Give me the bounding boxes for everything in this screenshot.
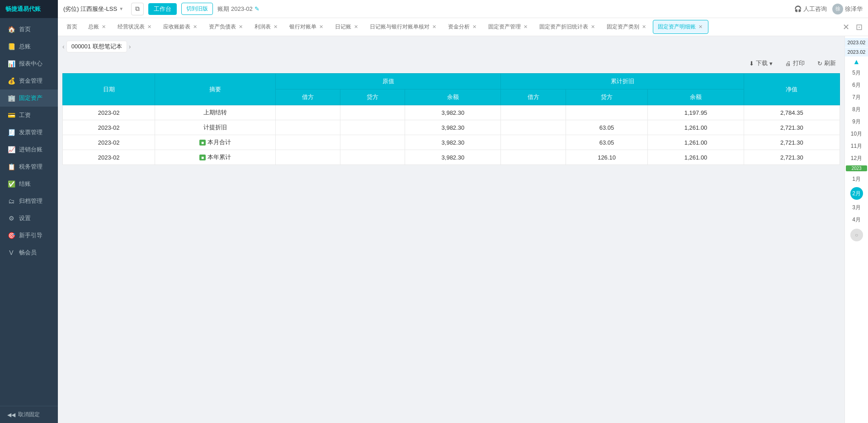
tab-fa-depr[interactable]: 固定资产折旧统计表 ✕ [534,20,601,34]
company-selector[interactable]: (劣位) 江西服坐-LSS ▼ [63,5,127,13]
cell-orig-credit [340,150,405,165]
tab-balance-sheet[interactable]: 资产负债表 ✕ [204,20,249,34]
cal-year-top-label: 2023.02 [848,40,866,45]
right-calendar-sidebar: 2023.02 2023.02 ▲ 5月 6月 7月 8月 9月 10月 11月… [844,36,868,423]
copy-icon: ⧉ [135,5,140,13]
sidebar-item-salary[interactable]: 💳 工资 [0,107,58,124]
cal-month-1[interactable]: 1月 [845,173,868,185]
cal-month-12[interactable]: 12月 [845,152,868,164]
breadcrumb-code: 000001 [71,43,91,50]
tab-journal[interactable]: 日记账 ✕ [330,20,364,34]
sidebar-item-home[interactable]: 🏠 首页 [0,21,58,38]
sidebar-item-reports[interactable]: 📊 报表中心 [0,55,58,72]
headset-icon: 🎧 [794,5,802,12]
cal-year-2023-top2[interactable]: 2023.02 [845,47,868,56]
tab-fund-analysis-close[interactable]: ✕ [472,24,477,30]
th-summary: 摘要 [155,74,276,105]
sidebar-item-sales[interactable]: 📈 进销台账 [0,141,58,158]
cal-up-btn[interactable]: ▲ [845,57,868,67]
tab-profit-label: 利润表 [255,23,271,31]
tab-fa-detail[interactable]: 固定资产明细账 ✕ [653,20,708,34]
breadcrumb-asset[interactable]: 000001 联想笔记本 [66,41,127,52]
sidebar-item-archive[interactable]: 🗂 归档管理 [0,193,58,210]
breadcrumb-back[interactable]: ‹ [62,43,65,50]
tab-fa-depr-close[interactable]: ✕ [590,24,596,30]
tab-bank-verify[interactable]: 日记账与银行对账单核对 ✕ [365,20,442,34]
tab-balance-sheet-close[interactable]: ✕ [238,24,244,30]
cal-month-9[interactable]: 9月 [845,116,868,128]
cell-depr-credit: 126.10 [566,150,648,165]
tab-fa-type[interactable]: 固定资产类别 ✕ [602,20,652,34]
sidebar-item-settlement[interactable]: ✅ 结账 [0,175,58,193]
sidebar-item-fixed-assets[interactable]: 🏢 固定资产 [0,89,58,107]
sidebar-item-member[interactable]: V 畅会员 [0,244,58,261]
cell-depr-balance: 1,261.00 [648,135,744,150]
page-content: ‹ 000001 联想笔记本 › ⬇ 下载 ▾ 🖨 打印 [58,36,844,423]
cal-month-7[interactable]: 7月 [845,91,868,103]
cal-month-4[interactable]: 4月 [845,214,868,226]
breadcrumb-forward[interactable]: › [129,43,131,50]
cancel-fixed-button[interactable]: ◀◀ 取消固定 [0,406,58,423]
print-button[interactable]: 🖨 打印 [781,57,809,70]
tab-fund-analysis[interactable]: 资金分析 ✕ [443,20,482,34]
content-area: ‹ 000001 联想笔记本 › ⬇ 下载 ▾ 🖨 打印 [58,36,868,423]
download-icon: ⬇ [749,60,754,67]
download-button[interactable]: ⬇ 下载 ▾ [745,57,777,70]
cal-month-3[interactable]: 3月 [845,202,868,214]
tab-bank-stmt-close[interactable]: ✕ [318,24,324,30]
cal-month-8[interactable]: 8月 [845,103,868,116]
work-platform-button[interactable]: 工作台 [148,3,177,15]
tab-bank-stmt[interactable]: 银行对账单 ✕ [284,20,329,34]
cal-month-6[interactable]: 6月 [845,79,868,91]
sidebar-item-guide[interactable]: 🎯 新手引导 [0,227,58,244]
switch-old-version-button[interactable]: 切到旧版 [181,3,213,15]
sidebar-item-invoice[interactable]: 🧾 发票管理 [0,124,58,141]
tab-journal-label: 日记账 [335,23,351,31]
sidebar-item-ledger[interactable]: 📒 总账 [0,38,58,55]
cell-date: 2023-02 [63,105,155,120]
tab-fa-type-close[interactable]: ✕ [641,24,647,30]
tab-fa-detail-label: 固定资产明细账 [658,23,696,31]
user-profile[interactable]: 徐 徐泽华 [832,4,863,14]
tab-receivable-close[interactable]: ✕ [192,24,198,30]
tab-profit-close[interactable]: ✕ [273,24,278,30]
page-toolbar: ⬇ 下载 ▾ 🖨 打印 ↻ 刷新 [62,57,840,70]
cell-orig-balance: 3,982.30 [405,105,501,120]
tab-journal-close[interactable]: ✕ [353,24,359,30]
sidebar-item-tax[interactable]: 📋 税务管理 [0,158,58,175]
tab-operation-close[interactable]: ✕ [146,24,152,30]
tab-ledger[interactable]: 总账 ✕ [83,20,112,34]
period-edit-icon[interactable]: ✎ [255,5,259,12]
tab-operation[interactable]: 经营状况表 ✕ [113,20,157,34]
archive-icon: 🗂 [7,197,15,205]
cal-month-5[interactable]: 5月 [845,67,868,79]
tab-fund-analysis-label: 资金分析 [448,23,470,31]
tab-home[interactable]: 首页 [61,20,82,34]
company-icon-btn[interactable]: ⧉ [131,3,144,15]
cal-bottom-icon[interactable]: ○ [850,229,863,241]
settlement-icon: ✅ [7,180,15,188]
breadcrumb: ‹ 000001 联想笔记本 › [62,41,840,52]
cal-month-11[interactable]: 11月 [845,140,868,152]
cell-orig-credit [340,135,405,150]
close-all-tabs-btn[interactable]: ✕ [841,21,851,33]
cal-month-2-active[interactable]: 2月 [850,187,863,200]
tab-fa-mgmt[interactable]: 固定资产管理 ✕ [483,20,533,34]
sidebar-item-settings[interactable]: ⚙ 设置 [0,210,58,227]
tab-receivable-label: 应收账龄表 [163,23,190,31]
tab-fa-detail-close[interactable]: ✕ [698,24,703,30]
cal-month-10[interactable]: 10月 [845,128,868,140]
cell-orig-debit [275,105,340,120]
tab-ledger-close[interactable]: ✕ [101,24,107,30]
restore-tabs-btn[interactable]: ⊡ [854,21,864,33]
tab-fa-mgmt-close[interactable]: ✕ [523,24,528,30]
tab-profit[interactable]: 利润表 ✕ [250,20,283,34]
cell-depr-debit [501,105,566,120]
refresh-button[interactable]: ↻ 刷新 [813,57,840,70]
tab-receivable[interactable]: 应收账龄表 ✕ [158,20,203,34]
tab-bank-verify-close[interactable]: ✕ [431,24,437,30]
human-service-btn[interactable]: 🎧 人工咨询 [794,5,827,13]
sidebar-item-funds[interactable]: 💰 资金管理 [0,72,58,89]
sidebar-item-label: 归档管理 [19,197,42,205]
cal-year-2023-top[interactable]: 2023.02 [845,38,868,47]
